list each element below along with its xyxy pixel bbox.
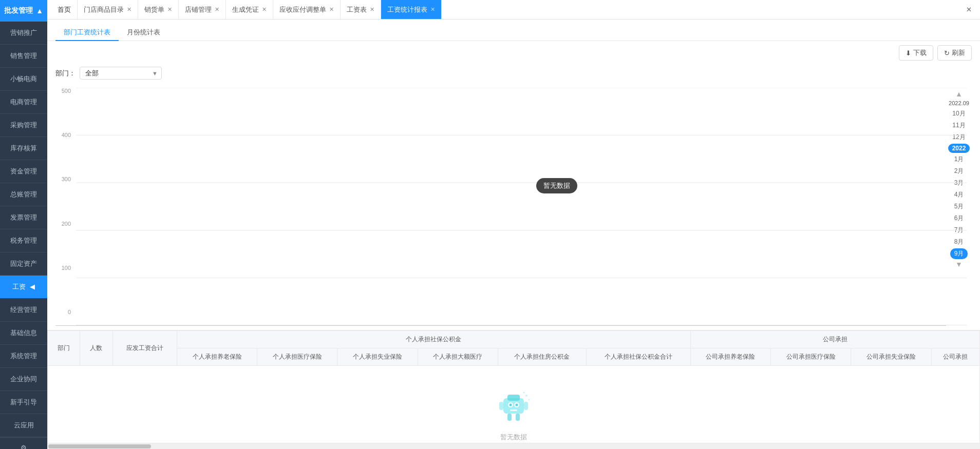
svg-rect-14 bbox=[499, 402, 503, 410]
y-label-0: 0 bbox=[68, 309, 71, 315]
sub-tab-bar: 部门工资统计表 月份统计表 bbox=[47, 19, 980, 41]
close-all-tabs[interactable]: ✕ bbox=[962, 6, 976, 13]
close-tab-ar-ap[interactable]: ✕ bbox=[329, 6, 334, 13]
download-icon: ⬇ bbox=[906, 49, 911, 57]
sidebar-item-general-ledger[interactable]: 总账管理 bbox=[0, 183, 47, 206]
svg-rect-17 bbox=[516, 414, 520, 421]
scrollbar-thumb[interactable] bbox=[48, 444, 151, 448]
y-label-200: 200 bbox=[62, 221, 71, 227]
sidebar-item-procurement[interactable]: 采购管理 bbox=[0, 114, 47, 137]
col-personal-pension: 个人承担养老保险 bbox=[177, 348, 257, 366]
sidebar-item-guide[interactable]: 新手引导 bbox=[0, 391, 47, 414]
download-button[interactable]: ⬇ 下载 bbox=[899, 45, 933, 61]
settings-icon: ⚙ bbox=[21, 444, 27, 449]
y-label-300: 300 bbox=[62, 176, 71, 182]
close-tab-payroll-report[interactable]: ✕ bbox=[430, 6, 435, 13]
tab-bar: 首页 门店商品目录 ✕ 销货单 ✕ 店铺管理 ✕ 生成凭证 ✕ 应收应付调整单 … bbox=[47, 0, 980, 19]
col-total-wage: 应发工资合计 bbox=[112, 331, 177, 366]
toolbar: ⬇ 下载 ↻ 刷新 bbox=[47, 41, 980, 65]
tab-payroll-table[interactable]: 工资表 ✕ bbox=[341, 0, 381, 19]
dept-select-wrapper: 全部 销售部 采购部 财务部 人事部 ▼ bbox=[80, 67, 162, 80]
col-personal-total: 个人承担社保公积金合计 bbox=[586, 348, 690, 366]
svg-rect-8 bbox=[507, 395, 520, 401]
col-group-company: 公司承担 bbox=[690, 331, 979, 348]
tab-payroll-report[interactable]: 工资统计报表 ✕ bbox=[381, 0, 442, 19]
col-company-other: 公司承担 bbox=[931, 348, 979, 366]
col-company-medical: 公司承担医疗保险 bbox=[770, 348, 851, 366]
sidebar-item-enterprise[interactable]: 企业协同 bbox=[0, 368, 47, 391]
empty-state: 暂无数据 bbox=[54, 370, 973, 443]
empty-robot-icon bbox=[493, 385, 534, 426]
refresh-icon: ↻ bbox=[944, 49, 950, 57]
col-personal-medical: 个人承担医疗保险 bbox=[257, 348, 337, 366]
svg-point-18 bbox=[525, 395, 527, 397]
col-company-pension: 公司承担养老保险 bbox=[690, 348, 770, 366]
data-table: 部门 人数 应发工资合计 个人承担社保公积金 公司承担 个人承担养老保险 个人承… bbox=[47, 330, 980, 443]
sidebar-item-finance[interactable]: 资金管理 bbox=[0, 160, 47, 183]
empty-state-row: 暂无数据 bbox=[48, 366, 980, 443]
sidebar-title: 批发管理 bbox=[4, 6, 33, 15]
tab-sales-order[interactable]: 销货单 ✕ bbox=[138, 0, 179, 19]
close-tab-payroll-table[interactable]: ✕ bbox=[370, 6, 374, 13]
close-tab-shop-catalog[interactable]: ✕ bbox=[127, 6, 131, 13]
chart-area: 500 400 300 200 100 0 bbox=[47, 84, 980, 330]
sidebar-item-basic-info[interactable]: 基础信息 bbox=[0, 322, 47, 345]
tab-home[interactable]: 首页 bbox=[51, 0, 78, 19]
sidebar-item-sales[interactable]: 销售管理 bbox=[0, 45, 47, 68]
tab-dept-stats[interactable]: 部门工资统计表 bbox=[55, 25, 119, 41]
sidebar-item-fixed-assets[interactable]: 固定资产 bbox=[0, 252, 47, 276]
sidebar-item-ecommerce-small[interactable]: 小畅电商 bbox=[0, 68, 47, 91]
sidebar-item-operations[interactable]: 经营管理 bbox=[0, 299, 47, 322]
svg-point-20 bbox=[529, 399, 530, 400]
tab-monthly-stats[interactable]: 月份统计表 bbox=[119, 25, 168, 41]
sidebar-item-invoice[interactable]: 发票管理 bbox=[0, 206, 47, 229]
col-personal-unemployment: 个人承担失业保险 bbox=[337, 348, 418, 366]
col-personal-major-medical: 个人承担大额医疗 bbox=[418, 348, 498, 366]
col-group-personal: 个人承担社保公积金 bbox=[177, 331, 690, 348]
no-data-tooltip: 暂无数据 bbox=[536, 178, 577, 193]
sidebar-item-payroll[interactable]: 工资 ◀ bbox=[0, 276, 47, 299]
close-tab-production-voucher[interactable]: ✕ bbox=[262, 6, 267, 13]
refresh-button[interactable]: ↻ 刷新 bbox=[937, 45, 972, 61]
tab-production-voucher[interactable]: 生成凭证 ✕ bbox=[226, 0, 273, 19]
horizontal-scrollbar[interactable] bbox=[47, 443, 980, 449]
col-dept: 部门 bbox=[48, 331, 80, 366]
close-tab-sales-order[interactable]: ✕ bbox=[167, 6, 172, 13]
chart-container: 500 400 300 200 100 0 bbox=[55, 88, 946, 326]
tab-shop-manage[interactable]: 店铺管理 ✕ bbox=[179, 0, 226, 19]
svg-point-12 bbox=[516, 404, 518, 406]
sidebar-settings[interactable]: ⚙ bbox=[0, 437, 47, 449]
col-count: 人数 bbox=[80, 331, 112, 366]
svg-rect-13 bbox=[510, 409, 517, 411]
y-label-400: 400 bbox=[62, 132, 71, 138]
svg-rect-15 bbox=[524, 402, 528, 410]
dept-filter-label: 部门： bbox=[55, 69, 76, 78]
sidebar-item-marketing[interactable]: 营销推广 bbox=[0, 22, 47, 45]
y-label-100: 100 bbox=[62, 265, 71, 271]
filter-row: 部门： 全部 销售部 采购部 财务部 人事部 ▼ bbox=[47, 65, 980, 84]
tab-ar-ap[interactable]: 应收应付调整单 ✕ bbox=[273, 0, 341, 19]
svg-rect-16 bbox=[507, 414, 512, 421]
table-empty-text: 暂无数据 bbox=[500, 433, 527, 442]
close-all-icon: ✕ bbox=[966, 6, 972, 13]
svg-point-19 bbox=[523, 392, 525, 394]
y-label-500: 500 bbox=[62, 88, 71, 94]
sidebar-item-ecommerce[interactable]: 电商管理 bbox=[0, 91, 47, 114]
col-personal-housing: 个人承担住房公积金 bbox=[498, 348, 587, 366]
close-tab-shop-manage[interactable]: ✕ bbox=[215, 6, 219, 13]
sidebar: 批发管理 ▲ 营销推广 销售管理 小畅电商 电商管理 采购管理 库存核算 资金管… bbox=[0, 0, 47, 449]
sidebar-item-system[interactable]: 系统管理 bbox=[0, 345, 47, 368]
area-chart bbox=[76, 88, 967, 325]
sidebar-collapse-icon[interactable]: ▲ bbox=[36, 7, 43, 15]
tab-shop-catalog[interactable]: 门店商品目录 ✕ bbox=[78, 0, 138, 19]
sidebar-item-cloud[interactable]: 云应用 bbox=[0, 414, 47, 437]
col-company-unemployment: 公司承担失业保险 bbox=[851, 348, 931, 366]
dept-select[interactable]: 全部 销售部 采购部 财务部 人事部 bbox=[80, 67, 162, 80]
data-table-wrapper: 部门 人数 应发工资合计 个人承担社保公积金 公司承担 个人承担养老保险 个人承… bbox=[47, 330, 980, 443]
sidebar-item-inventory[interactable]: 库存核算 bbox=[0, 137, 47, 160]
main-content: 首页 门店商品目录 ✕ 销货单 ✕ 店铺管理 ✕ 生成凭证 ✕ 应收应付调整单 … bbox=[47, 0, 980, 449]
sidebar-header[interactable]: 批发管理 ▲ bbox=[0, 0, 47, 22]
svg-point-11 bbox=[510, 404, 512, 406]
page-content: 部门工资统计表 月份统计表 ⬇ 下载 ↻ 刷新 部门： 全部 销售部 bbox=[47, 19, 980, 449]
sidebar-item-tax[interactable]: 税务管理 bbox=[0, 229, 47, 252]
